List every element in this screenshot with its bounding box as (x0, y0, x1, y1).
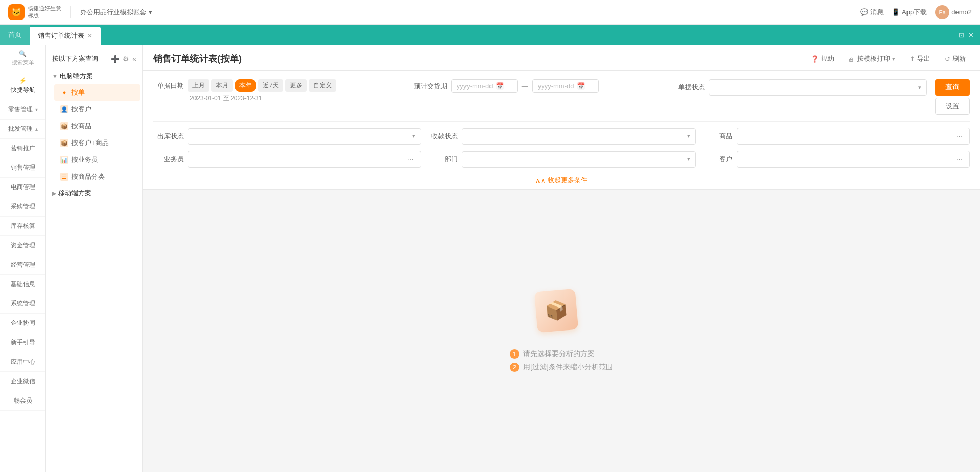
pc-scheme-items: ● 按单 👤 按客户 📦 按商品 📦 按客户+商品 📊 按业务员 (46, 84, 142, 185)
empty-icon-container: 📦 (536, 290, 587, 341)
export-label: 导出 (917, 54, 930, 63)
content-area: 销售订单统计表(按单) ❓ 帮助 🖨 按模板打印 ▾ ⬆ 导出 ↺ 刷新 (143, 45, 980, 472)
sidebar-search[interactable]: 🔍 搜索菜单 (0, 45, 45, 72)
customer-cell: 客户 ··· (702, 151, 970, 168)
prev-month-btn[interactable]: 上月 (188, 79, 209, 92)
logo-icon: 🐱 (8, 4, 24, 20)
sidebar-item-marketing[interactable]: 营销推广 (0, 139, 45, 158)
scheme-item-by-cust-goods[interactable]: 📦 按客户+商品 (54, 135, 140, 151)
department-select[interactable]: ▾ (462, 151, 695, 168)
ecom-label: 电商管理 (11, 183, 35, 192)
sidebar-item-newbie[interactable]: 新手引导 (0, 333, 45, 352)
sidebar-item-quick-nav[interactable]: ⚡ 快捷导航 (0, 72, 45, 100)
scheme-item-by-customer[interactable]: 👤 按客户 (54, 101, 140, 117)
system-label: 系统管理 (11, 299, 35, 308)
user-name: demo2 (951, 8, 972, 16)
quick-nav-icon: ⚡ (19, 77, 27, 84)
scheme-item-by-staff[interactable]: 📊 按业务员 (54, 152, 140, 168)
reset-btn[interactable]: 设置 (935, 98, 970, 115)
department-cell: 部门 ▾ (427, 151, 695, 168)
this-month-btn[interactable]: 本月 (211, 79, 233, 92)
tab-home[interactable]: 首页 (0, 25, 30, 45)
topbar-title-chevron[interactable]: ▾ (149, 8, 152, 16)
empty-hint-2: 2 用[过滤]条件来缩小分析范围 (510, 363, 613, 372)
scheme-item-by-category[interactable]: ☰ 按商品分类 (54, 169, 140, 185)
user-avatar: Ea (935, 5, 949, 19)
template-print-label: 按模板打印 (857, 54, 890, 63)
sidebar-item-wholesale[interactable]: 批发管理 ▴ (0, 120, 45, 139)
department-arrow: ▾ (687, 156, 690, 162)
help-label: 帮助 (821, 54, 834, 63)
sidebar-item-basic[interactable]: 基础信息 (0, 275, 45, 294)
message-btn[interactable]: 💬 消息 (860, 8, 884, 17)
sidebar-item-wechat[interactable]: 企业微信 (0, 372, 45, 391)
empty-state: 📦 1 请先选择要分析的方案 2 用[过滤]条件来缩小分析范围 (143, 190, 980, 472)
custom-btn[interactable]: 自定义 (309, 79, 336, 92)
goods-select[interactable]: ··· (737, 128, 970, 145)
sidebar-item-appstore[interactable]: 应用中心 (0, 352, 45, 372)
order-status-select[interactable]: ▾ (709, 79, 927, 96)
scheme-item-by-order[interactable]: ● 按单 (54, 84, 140, 101)
mobile-group-expand-icon: ▶ (52, 190, 56, 197)
customer-ellipsis-icon[interactable]: ··· (954, 154, 964, 164)
salesperson-select[interactable]: ··· (188, 151, 421, 168)
sidebar-item-finance[interactable]: 资金管理 (0, 236, 45, 255)
page-actions: ❓ 帮助 🖨 按模板打印 ▾ ⬆ 导出 ↺ 刷新 (806, 52, 970, 65)
sidebar-item-enterprise[interactable]: 企业协同 (0, 314, 45, 333)
quick-dates: 上月 本月 本年 近7天 更多 自定义 (188, 79, 336, 92)
order-status-label: 单据状态 (674, 83, 705, 92)
app-download-btn[interactable]: 📱 App下载 (892, 8, 927, 17)
scheme-item-by-goods[interactable]: 📦 按商品 (54, 118, 140, 134)
by-order-label: 按单 (71, 88, 85, 97)
collapse-up-icon: ∧∧ (535, 177, 546, 184)
sidebar-item-system[interactable]: 系统管理 (0, 294, 45, 314)
settings-scheme-icon[interactable]: ⚙ (122, 55, 129, 63)
start-date-placeholder: yyyy-mm-dd (457, 82, 493, 90)
start-date-input[interactable]: yyyy-mm-dd 📅 (451, 79, 518, 93)
scheme-group-pc-title[interactable]: ▼ 电脑端方案 (46, 68, 142, 84)
sidebar-item-ops[interactable]: 经营管理 (0, 255, 45, 275)
logo-main-text: 畅捷通好生意 (28, 5, 61, 12)
scheme-group-mobile-title[interactable]: ▶ 移动端方案 (46, 185, 142, 201)
tab-sales-stat[interactable]: 销售订单统计表 ✕ (30, 27, 101, 45)
payment-status-label: 收款状态 (427, 132, 458, 141)
enterprise-label: 企业协同 (11, 319, 35, 327)
end-date-input[interactable]: yyyy-mm-dd 📅 (532, 79, 599, 93)
sidebar-item-purchase[interactable]: 采购管理 (0, 197, 45, 217)
add-scheme-icon[interactable]: ➕ (111, 55, 119, 63)
retail-label: 零售管理 (8, 105, 33, 114)
last-7-btn[interactable]: 近7天 (258, 79, 283, 92)
by-customer-icon: 👤 (60, 105, 68, 113)
customer-select[interactable]: ··· (737, 151, 970, 168)
panel-header: 按以下方案查询 ➕ ⚙ « (46, 51, 142, 68)
this-year-btn[interactable]: 本年 (235, 79, 256, 92)
logo-text: 畅捷通好生意 标版 (28, 5, 61, 18)
sidebar-item-retail[interactable]: 零售管理 ▾ (0, 100, 45, 120)
query-btn[interactable]: 查询 (935, 79, 970, 96)
tab-close-icon[interactable]: ✕ (87, 32, 92, 39)
user-area[interactable]: Ea demo2 (935, 5, 972, 19)
help-btn[interactable]: ❓ 帮助 (806, 52, 838, 65)
goods-ellipsis-icon[interactable]: ··· (954, 131, 964, 141)
payment-status-select[interactable]: ▾ (462, 128, 695, 145)
refresh-btn[interactable]: ↺ 刷新 (941, 52, 970, 65)
restore-icon[interactable]: ⊡ (959, 31, 964, 39)
purchase-label: 采购管理 (11, 202, 35, 211)
sidebar-item-sales[interactable]: 销售管理 (0, 158, 45, 178)
collapse-bar[interactable]: ∧∧ 收起更多条件 (143, 172, 980, 190)
panel-header-icons: ➕ ⚙ « (111, 55, 136, 63)
sidebar-item-member[interactable]: 畅会员 (0, 391, 45, 411)
topbar-title[interactable]: 办公用品行业模拟账套 ▾ (80, 8, 152, 17)
more-btn[interactable]: 更多 (285, 79, 307, 92)
by-cust-goods-icon: 📦 (60, 139, 68, 147)
ship-status-select[interactable]: ▾ (188, 128, 421, 145)
template-print-btn[interactable]: 🖨 按模板打印 ▾ (844, 52, 899, 65)
salesperson-ellipsis-icon[interactable]: ··· (406, 154, 415, 164)
tab-home-label: 首页 (8, 30, 21, 39)
export-btn[interactable]: ⬆ 导出 (905, 52, 935, 65)
collapse-panel-icon[interactable]: « (132, 55, 136, 63)
department-label: 部门 (427, 155, 458, 164)
sidebar-item-ecom[interactable]: 电商管理 (0, 178, 45, 197)
sidebar-item-inventory[interactable]: 库存核算 (0, 217, 45, 236)
close-icon[interactable]: ✕ (968, 31, 974, 39)
